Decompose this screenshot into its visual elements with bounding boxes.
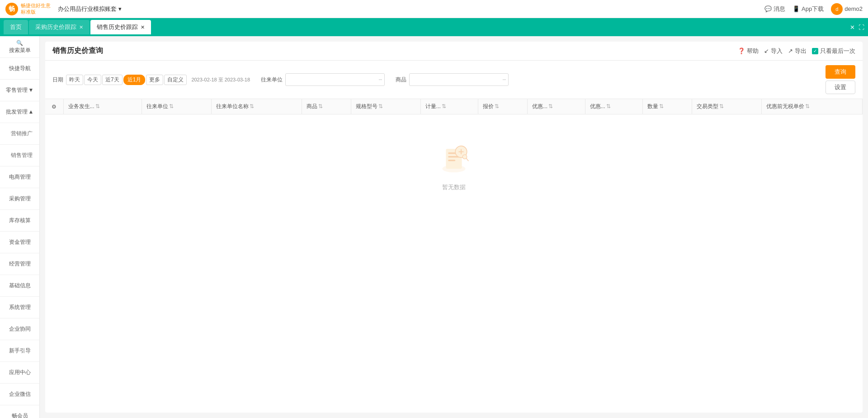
partner-dots-icon: ··· (378, 76, 382, 84)
page-header-actions: ❓ 帮助 ↙ 导入 ↗ 导出 ✓ 只看最后一次 (738, 47, 855, 55)
logo-area: 畅 畅捷信好生意 标准版 (5, 3, 51, 15)
sort-arrows-unit: ⇅ (442, 103, 446, 109)
tab-sales-close-icon[interactable]: ✕ (141, 24, 145, 30)
sort-arrows-bizdate: ⇅ (95, 103, 100, 109)
col-product[interactable]: 商品⇅ (302, 99, 351, 114)
sidebar-item-marketing[interactable]: 营销推广 (0, 123, 39, 145)
import-icon: ↙ (764, 48, 769, 54)
empty-state-icon (436, 142, 472, 178)
date-btn-7days[interactable]: 近7天 (102, 75, 123, 85)
only-last-checkbox-label[interactable]: ✓ 只看最后一次 (812, 47, 855, 55)
sidebar-item-membership[interactable]: 畅会员 (0, 405, 39, 418)
date-btn-today[interactable]: 今天 (84, 75, 101, 85)
product-filter-group: 商品 ··· (396, 73, 509, 86)
sidebar-item-search[interactable]: 🔍 搜索菜单 (0, 36, 39, 58)
col-pretax-price[interactable]: 优惠前无税单价⇅ (762, 99, 863, 114)
sidebar-item-operations[interactable]: 经营管理 (0, 253, 39, 275)
col-spec[interactable]: 规格型号⇅ (351, 99, 420, 114)
product-dots-icon: ··· (502, 76, 505, 84)
date-btn-more[interactable]: 更多 (146, 75, 163, 85)
col-partner-id[interactable]: 往来单位⇅ (142, 99, 211, 114)
main-layout: 🔍 搜索菜单 快捷导航 零售管理 ▼ 批发管理 ▲ 营销推广 销售管理 电商管理… (0, 36, 868, 418)
col-discount1[interactable]: 优惠...⇅ (528, 99, 585, 114)
partner-filter-group: 往来单位 ··· (261, 73, 385, 86)
empty-state-text: 暂无数据 (442, 183, 466, 191)
col-quantity[interactable]: 数量⇅ (643, 99, 692, 114)
filter-row-1: 日期 昨天 今天 近7天 近1月 更多 自定义 2023-02-18 至 202… (52, 65, 855, 94)
col-discount2[interactable]: 优惠...⇅ (585, 99, 643, 114)
settings-button[interactable]: 设置 (826, 81, 855, 94)
sort-arrows-spec: ⇅ (378, 103, 383, 109)
app-selector-button[interactable]: 办公用品行业模拟账套 ▾ (54, 3, 125, 15)
date-btn-1month[interactable]: 近1月 (123, 75, 146, 85)
top-bar: 畅 畅捷信好生意 标准版 办公用品行业模拟账套 ▾ 💬 消息 📱 App下载 d… (0, 0, 868, 18)
date-btn-yesterday[interactable]: 昨天 (66, 75, 83, 85)
product-filter-label: 商品 (396, 76, 406, 84)
download-icon: 📱 (793, 5, 800, 12)
table-area: ⚙ 业务发生...⇅ 往来单位⇅ 往来单位名称⇅ (45, 99, 863, 413)
top-bar-left: 畅 畅捷信好生意 标准版 办公用品行业模拟账套 ▾ (5, 3, 125, 15)
app-download-button[interactable]: 📱 App下载 (793, 5, 824, 13)
query-button[interactable]: 查询 (826, 65, 855, 79)
settings-icon: ⚙ (52, 104, 57, 110)
empty-state: 暂无数据 (45, 114, 863, 218)
partner-field-wrap[interactable]: ··· (285, 73, 385, 86)
col-biz-date[interactable]: 业务发生...⇅ (63, 99, 142, 114)
tab-home[interactable]: 首页 (4, 20, 28, 34)
help-icon: ❓ (738, 48, 745, 54)
logo-text: 畅捷信好生意 标准版 (21, 3, 51, 14)
sort-arrows-disc1: ⇅ (548, 103, 553, 109)
help-button[interactable]: ❓ 帮助 (738, 47, 759, 55)
sidebar-item-sales[interactable]: 销售管理 (0, 145, 39, 166)
product-field-wrap[interactable]: ··· (409, 73, 509, 86)
tab-maximize-icon[interactable]: ⛶ (859, 24, 864, 31)
product-input[interactable] (412, 76, 500, 83)
sidebar-item-quicknav[interactable]: 快捷导航 (0, 58, 39, 80)
sidebar-item-wholesale[interactable]: 批发管理 ▲ (0, 101, 39, 123)
sidebar-item-wechat[interactable]: 企业微信 (0, 384, 39, 405)
col-settings[interactable]: ⚙ (45, 99, 63, 114)
export-icon: ↗ (788, 48, 793, 54)
sidebar-item-finance[interactable]: 资金管理 (0, 232, 39, 253)
user-menu-button[interactable]: d demo2 (831, 3, 863, 15)
sidebar-item-enterprise[interactable]: 企业协同 (0, 318, 39, 340)
top-bar-right: 💬 消息 📱 App下载 d demo2 (764, 3, 863, 15)
tab-purchase-close-icon[interactable]: ✕ (79, 24, 83, 30)
page-card: 销售历史价查询 ❓ 帮助 ↙ 导入 ↗ 导出 ✓ (45, 42, 863, 413)
sort-arrows-qty: ⇅ (659, 103, 664, 109)
content-area: 销售历史价查询 ❓ 帮助 ↙ 导入 ↗ 导出 ✓ (40, 36, 868, 418)
sort-arrows-tradetype: ⇅ (719, 103, 724, 109)
sidebar-item-retail[interactable]: 零售管理 ▼ (0, 80, 39, 101)
sidebar-item-system[interactable]: 系统管理 (0, 297, 39, 318)
chevron-down-icon: ▼ (28, 87, 34, 94)
sort-arrows-pretax: ⇅ (805, 103, 810, 109)
col-partner-name[interactable]: 往来单位名称⇅ (212, 99, 302, 114)
col-quote[interactable]: 报价⇅ (478, 99, 528, 114)
tab-bar-actions: ✕ ⛶ (850, 24, 864, 31)
sidebar-item-ecommerce[interactable]: 电商管理 (0, 166, 39, 188)
sidebar-item-onboarding[interactable]: 新手引导 (0, 340, 39, 362)
only-last-checkbox[interactable]: ✓ (812, 48, 818, 54)
col-unit[interactable]: 计量...⇅ (420, 99, 478, 114)
sort-arrows-partner: ⇅ (169, 103, 174, 109)
results-table: ⚙ 业务发生...⇅ 往来单位⇅ 往来单位名称⇅ (45, 99, 863, 114)
date-range-display: 2023-02-18 至 2023-03-18 (191, 76, 250, 83)
chevron-down-icon: ▾ (118, 5, 122, 12)
sidebar-item-appstore[interactable]: 应用中心 (0, 362, 39, 384)
partner-input[interactable] (288, 76, 377, 83)
page-header: 销售历史价查询 ❓ 帮助 ↙ 导入 ↗ 导出 ✓ (45, 42, 863, 61)
tab-purchase-history[interactable]: 采购历史价跟踪 ✕ (29, 20, 90, 34)
date-btn-custom[interactable]: 自定义 (164, 75, 187, 85)
sidebar: 🔍 搜索菜单 快捷导航 零售管理 ▼ 批发管理 ▲ 营销推广 销售管理 电商管理… (0, 36, 40, 418)
tab-close-all-icon[interactable]: ✕ (850, 24, 855, 31)
import-button[interactable]: ↙ 导入 (764, 47, 783, 55)
sidebar-item-basics[interactable]: 基础信息 (0, 275, 39, 297)
filter-actions: 查询 设置 (826, 65, 855, 94)
export-button[interactable]: ↗ 导出 (788, 47, 807, 55)
message-button[interactable]: 💬 消息 (764, 5, 785, 13)
sidebar-item-inventory[interactable]: 库存核算 (0, 210, 39, 232)
sidebar-item-purchase[interactable]: 采购管理 (0, 188, 39, 210)
tab-sales-history[interactable]: 销售历史价跟踪 ✕ (90, 20, 151, 34)
logo-icon: 畅 (5, 3, 18, 15)
col-trade-type[interactable]: 交易类型⇅ (692, 99, 761, 114)
